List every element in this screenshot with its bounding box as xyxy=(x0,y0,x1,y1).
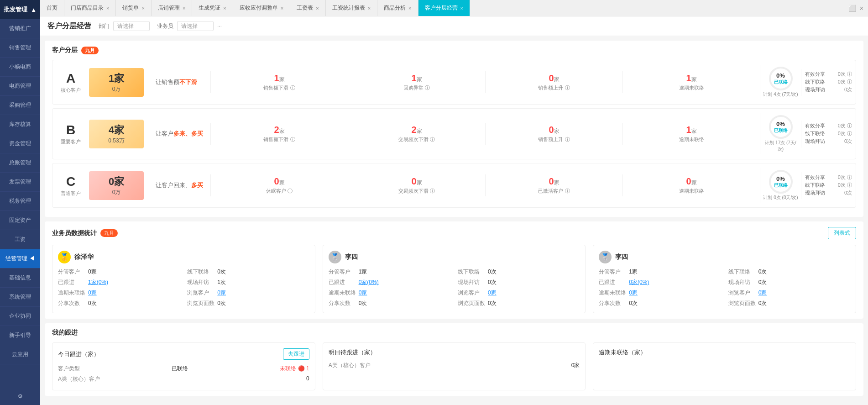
biz-stats-2: 分管客户 1家 线下联络 0次 已跟进 0家(0%) 现场拜访 xyxy=(599,268,850,307)
sidebar-item-salary[interactable]: 工资 xyxy=(0,230,40,249)
tab-close-icon[interactable]: × xyxy=(316,5,319,11)
silver-medal-icon: 🥈 xyxy=(329,251,341,263)
page-title: 客户分层经营 xyxy=(47,21,91,31)
tab-close-icon[interactable]: × xyxy=(281,5,283,11)
content-area: 客户分层经营 部门 请选择 业务员 请选择 ··· 客户分层 九月 xyxy=(40,16,868,405)
tab-close-icon[interactable]: × xyxy=(106,5,109,11)
dept-select[interactable]: 请选择 xyxy=(113,21,150,31)
sidebar-arrow-icon: ◀ xyxy=(29,255,35,262)
tab-customer-tier[interactable]: 客户分层经营 × xyxy=(418,0,470,16)
tab-close-icon[interactable]: × xyxy=(183,5,185,11)
tab-store-products[interactable]: 门店商品目录 × xyxy=(64,0,116,16)
side-stats-b: 有效分享0次 ⓘ 线下联络0次 ⓘ 现场拜访0次 xyxy=(801,121,856,147)
tier-tag-c: 让客户回来、多买 xyxy=(151,181,210,189)
tab-adjustment[interactable]: 应收应付调整单 × xyxy=(233,0,290,16)
tab-close-icon[interactable]: × xyxy=(368,5,371,11)
sidebar-title: 批发管理 xyxy=(4,5,27,14)
sidebar-collapse-icon[interactable]: ▲ xyxy=(31,6,37,13)
tab-close-icon[interactable]: × xyxy=(460,5,463,11)
biz-card-2: 🥈 李四 分管客户 1家 线下联络 0次 已跟进 xyxy=(593,245,856,313)
tier-metrics-c: 0家 休眠客户 ⓘ 0家 交易频次下滑 ⓘ 0家 已激活客户 ⓘ 0家 逾期未联… xyxy=(210,174,760,196)
tier-label-a: A 核心客户 xyxy=(52,71,89,94)
sidebar-item-ecom-small[interactable]: 小畅电商 xyxy=(0,58,40,77)
tier-row-c: C 普通客户 0家 0万 让客户回来、多买 0家 休眠客户 ⓘ 0家 xyxy=(52,163,856,208)
sidebar-item-operations[interactable]: 经营管理 ◀ xyxy=(0,249,40,268)
biz-stats-0: 分管客户 0家 线下联络 0次 已跟进 1家(0%) 现场拜访 xyxy=(58,268,309,307)
tier-label-b: B 重要客户 xyxy=(52,123,89,145)
metric-b-4: 1家 逾期未联络 xyxy=(622,123,760,145)
gold-medal-icon: 🥇 xyxy=(58,251,71,263)
metric-b-3: 0家 销售额上升 ⓘ xyxy=(485,123,622,145)
metric-c-1: 0家 休眠客户 ⓘ xyxy=(210,174,348,196)
settings-button[interactable]: ⚙ xyxy=(0,388,40,405)
sidebar-item-sales[interactable]: 销售管理 xyxy=(0,38,40,58)
salesperson-filter: 业务员 请选择 ··· xyxy=(157,21,222,31)
follow-row-type: 客户类型 已联络 未联络 🔴 1 xyxy=(58,363,309,374)
tab-product-analysis[interactable]: 商品分析 × xyxy=(377,0,418,16)
silver-medal-icon-2: 🥈 xyxy=(599,251,612,263)
sidebar-item-system[interactable]: 系统管理 xyxy=(0,288,40,307)
tab-close-icon[interactable]: × xyxy=(141,5,144,11)
sidebar-item-assets[interactable]: 固定资产 xyxy=(0,211,40,230)
circle-c: 0% 已联络 计划 0次 (0天/次) xyxy=(760,168,801,203)
biz-header: 业务员数据统计 九月 列表式 xyxy=(52,227,856,239)
sidebar-item-ledger[interactable]: 总账管理 xyxy=(0,153,40,173)
biz-stat-browse-page: 浏览页面数 0次 xyxy=(187,300,309,307)
tier-tag-a: 让销售额不下滑 xyxy=(151,78,210,86)
metric-a-2: 1家 回购异常 ⓘ xyxy=(348,71,485,93)
tab-close-icon[interactable]: × xyxy=(223,5,226,11)
follow-grid: 今日跟进（家） 去跟进 客户类型 已联络 未联络 🔴 1 A类（核心）客户 0 xyxy=(52,342,856,390)
sidebar-item-basic[interactable]: 基础信息 xyxy=(0,268,40,288)
metric-b-1: 2家 销售额下滑 ⓘ xyxy=(210,123,348,145)
sidebar-item-marketing[interactable]: 营销推广 xyxy=(0,19,40,38)
tab-payroll[interactable]: 工资表 × xyxy=(290,0,325,16)
tier-label-c: C 普通客户 xyxy=(52,174,89,197)
metric-a-3: 0家 销售额上升 ⓘ xyxy=(485,71,622,93)
follow-card-overdue: 逾期未联络（家） xyxy=(593,342,856,390)
biz-stats-title: 业务员数据统计 xyxy=(52,229,97,237)
tab-voucher[interactable]: 生成凭证 × xyxy=(192,0,233,16)
tab-sales-order[interactable]: 销货单 × xyxy=(116,0,151,16)
follow-row-a: A类（核心）客户 0 xyxy=(58,374,309,384)
follow-section: 我的跟进 今日跟进（家） 去跟进 客户类型 已联络 未联络 🔴 1 A类（核心）… xyxy=(45,323,863,396)
sidebar-item-invoice[interactable]: 发票管理 xyxy=(0,173,40,192)
tab-close-icon[interactable]: × xyxy=(408,5,411,11)
dept-filter: 部门 请选择 xyxy=(99,21,150,31)
sidebar-item-guide[interactable]: 新手引导 xyxy=(0,326,40,345)
circle-b: 0% 已联络 计划 17次 (7天/次) xyxy=(760,113,801,154)
metric-a-1: 1家 销售额下滑 ⓘ xyxy=(210,71,348,93)
biz-stats-1: 分管客户 1家 线下联络 0次 已跟进 0家(0%) 现场拜访 xyxy=(329,268,580,307)
tier-tag-b: 让客户多来、多买 xyxy=(151,130,210,138)
metric-b-2: 2家 交易频次下滑 ⓘ xyxy=(348,123,485,145)
tab-home[interactable]: 首页 xyxy=(40,0,64,16)
sidebar-header[interactable]: 批发管理 ▲ xyxy=(0,0,40,19)
dept-label: 部门 xyxy=(99,22,110,30)
more-options-icon[interactable]: ··· xyxy=(217,23,222,29)
tab-store-manage[interactable]: 店铺管理 × xyxy=(152,0,192,16)
tier-count-a: 1家 0万 xyxy=(89,68,144,97)
maximize-icon[interactable]: ⬜ xyxy=(848,5,856,12)
close-window-icon[interactable]: × xyxy=(860,5,863,12)
tier-metrics-a: 1家 销售额下滑 ⓘ 1家 回购异常 ⓘ 0家 销售额上升 ⓘ 1家 逾期未联络 xyxy=(210,71,760,93)
sidebar-item-cloud[interactable]: 云应用 xyxy=(0,345,40,364)
side-stats-a: 有效分享0次 ⓘ 线下联络0次 ⓘ 现场拜访0次 xyxy=(801,69,856,96)
salesperson-select[interactable]: 请选择 xyxy=(177,21,214,31)
tab-payroll-report[interactable]: 工资统计报表 × xyxy=(326,0,377,16)
sidebar-item-inventory[interactable]: 库存核算 xyxy=(0,115,40,134)
sidebar-item-tax[interactable]: 税务管理 xyxy=(0,192,40,211)
list-view-button[interactable]: 列表式 xyxy=(828,227,856,239)
go-follow-button[interactable]: 去跟进 xyxy=(283,348,309,360)
tier-metrics-b: 2家 销售额下滑 ⓘ 2家 交易频次下滑 ⓘ 0家 销售额上升 ⓘ 1家 逾期未… xyxy=(210,123,760,145)
tier-row-a: A 核心客户 1家 0万 让销售额不下滑 1家 销售额下滑 ⓘ 1家 xyxy=(52,60,856,105)
follow-row-tomorrow-a: A类（核心）客户 0家 xyxy=(329,360,580,371)
salesperson-label: 业务员 xyxy=(157,22,173,30)
tier-row-b: B 重要客户 4家 0.53万 让客户多来、多买 2家 销售额下滑 ⓘ 2 xyxy=(52,108,856,159)
sidebar-item-collab[interactable]: 企业协同 xyxy=(0,307,40,326)
biz-stat-offline: 线下联络 0次 xyxy=(187,268,309,276)
page-header: 客户分层经营 部门 请选择 业务员 请选择 ··· xyxy=(40,16,868,36)
sidebar-item-ecom[interactable]: 电商管理 xyxy=(0,77,40,96)
tab-actions: ⬜ × xyxy=(844,5,868,12)
customer-tier-section: 客户分层 九月 A 核心客户 1家 0万 让销售额不下滑 1家 xyxy=(45,41,863,217)
sidebar-item-finance[interactable]: 资金管理 xyxy=(0,134,40,153)
sidebar-item-purchase[interactable]: 采购管理 xyxy=(0,96,40,115)
